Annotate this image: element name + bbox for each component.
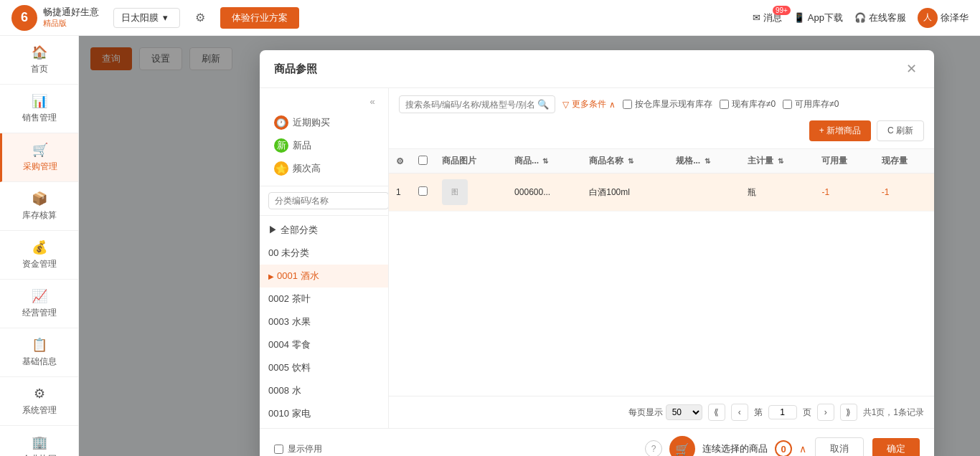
th-img: 商品图片 — [435, 149, 507, 174]
show-disabled-text: 显示停用 — [288, 443, 322, 455]
sidebar-item-basicinfo[interactable]: 📋 基础信息 — [0, 328, 78, 377]
prev-page-button[interactable]: ‹ — [731, 404, 748, 421]
show-disabled-checkbox[interactable] — [274, 445, 283, 454]
cat-item-0008[interactable]: 0008 水 — [260, 379, 388, 402]
sidebar-item-system[interactable]: ⚙ 系统管理 — [0, 377, 78, 426]
cat-item-0010[interactable]: 0010 家电 — [260, 402, 388, 425]
quick-new-label: 新品 — [293, 139, 311, 152]
message-item[interactable]: ✉ 消息 99+ — [753, 11, 782, 24]
user-area[interactable]: 人 徐泽华 — [918, 8, 969, 28]
th-code[interactable]: 商品... ⇅ — [507, 149, 582, 174]
quick-frequent[interactable]: ⭐ 频次高 — [268, 157, 380, 180]
cat-item-0004[interactable]: 0004 零食 — [260, 333, 388, 356]
table-row[interactable]: 1 图 000600... 白酒100ml 瓶 -1 — [389, 174, 934, 212]
cell-checkbox[interactable] — [411, 174, 435, 212]
cart-collapse-button[interactable]: ∧ — [799, 443, 806, 455]
cell-name: 白酒100ml — [582, 174, 669, 212]
sidebar-label-purchase: 采购管理 — [23, 161, 57, 173]
sales-icon: 📊 — [32, 93, 47, 109]
sidebar-item-purchase[interactable]: 🛒 采购管理 — [0, 133, 78, 182]
cat-item-0005[interactable]: 0005 饮料 — [260, 356, 388, 379]
cat-item-0004-label: 0004 零食 — [268, 338, 311, 351]
finance-icon: 💰 — [32, 239, 47, 255]
help-icon[interactable]: ? — [645, 440, 662, 456]
cell-code: 000600... — [507, 174, 582, 212]
cell-available: -1 — [814, 174, 874, 212]
quick-new[interactable]: 新 新品 — [268, 134, 380, 157]
confirm-button[interactable]: 确定 — [872, 438, 920, 456]
per-page-label: 每页显示 — [628, 407, 663, 419]
select-all-checkbox[interactable] — [418, 156, 428, 165]
add-product-button[interactable]: + 新增商品 — [809, 120, 871, 141]
modal-close-button[interactable]: ✕ — [903, 60, 920, 77]
main-layout: 🏠 首页 📊 销售管理 🛒 采购管理 📦 库存核算 💰 资金管理 📈 经营管理 … — [0, 36, 980, 456]
new-icon: 新 — [274, 138, 288, 153]
cat-item-00-label: 00 未分类 — [268, 247, 309, 260]
next-page-button[interactable]: › — [817, 404, 834, 421]
sidebar-item-home[interactable]: 🏠 首页 — [0, 36, 78, 85]
page-number-input[interactable] — [768, 405, 797, 419]
cancel-button[interactable]: 取消 — [815, 437, 864, 456]
cat-item-0005-label: 0005 饮料 — [268, 361, 311, 374]
category-panel: « 🕐 近期购买 新 新品 ⭐ 频次高 — [260, 88, 389, 428]
quick-access-section: « 🕐 近期购买 新 新品 ⭐ 频次高 — [260, 88, 388, 186]
sidebar-item-operation[interactable]: 📈 经营管理 — [0, 280, 78, 328]
online-service-item[interactable]: 🎧 在线客服 — [854, 11, 906, 24]
cart-count: 0 — [775, 440, 792, 456]
logo-icon: 6 — [11, 5, 37, 31]
collapse-cat-button[interactable]: « — [365, 94, 380, 108]
cat-item-0002[interactable]: 0002 茶叶 — [260, 288, 388, 310]
product-thumbnail: 图 — [442, 179, 468, 205]
chevron-up-icon: ∧ — [609, 100, 616, 110]
cell-stock: -1 — [875, 174, 934, 212]
app-label: App下载 — [808, 11, 843, 24]
logo-sub: 精品版 — [43, 18, 99, 29]
th-name[interactable]: 商品名称 ⇅ — [582, 149, 669, 174]
workspace-label: 日太阳膜 — [121, 11, 159, 24]
warehouse-stock-checkbox[interactable] — [623, 100, 632, 109]
quick-recent[interactable]: 🕐 近期购买 — [268, 111, 380, 134]
pagination: 每页显示 50 100 ⟪ ‹ 第 页 › ⟫ 共1页， — [389, 396, 934, 428]
sidebar: 🏠 首页 📊 销售管理 🛒 采购管理 📦 库存核算 💰 资金管理 📈 经营管理 … — [0, 36, 79, 456]
cart-button[interactable]: 🛒 — [669, 436, 695, 456]
cat-item-00[interactable]: 00 未分类 — [260, 242, 388, 265]
modal-footer: 显示停用 ? 🛒 连续选择的商品 0 ∧ 取消 确定 — [260, 428, 934, 456]
search-icon[interactable]: 🔍 — [537, 99, 549, 110]
try-industry-button[interactable]: 体验行业方案 — [220, 7, 299, 29]
more-filter-button[interactable]: ▽ 更多条件 ∧ — [562, 98, 616, 110]
cat-item-all[interactable]: ▶ 全部分类 — [260, 219, 388, 242]
sidebar-item-sales[interactable]: 📊 销售管理 — [0, 85, 78, 133]
show-disabled-label[interactable]: 显示停用 — [274, 443, 322, 455]
first-page-button[interactable]: ⟪ — [708, 404, 725, 421]
cat-item-0001-label: 0001 酒水 — [277, 270, 319, 282]
workspace-dropdown[interactable]: 日太阳膜 ▾ — [113, 8, 180, 28]
refresh-button[interactable]: C 刷新 — [877, 120, 924, 141]
enterprise-icon: 🏢 — [32, 434, 47, 450]
cat-item-0001[interactable]: ▶ 0001 酒水 — [260, 265, 388, 288]
sidebar-item-enterprise[interactable]: 🏢 企业协同 — [0, 426, 78, 456]
available-not-zero-checkbox[interactable] — [783, 100, 792, 109]
checkbox-stock-not-zero[interactable]: 现有库存≠0 — [720, 98, 776, 110]
sidebar-label-inventory: 库存核算 — [22, 209, 57, 222]
th-unit[interactable]: 主计量 ⇅ — [740, 149, 814, 174]
modal-title: 商品参照 — [274, 62, 317, 76]
quick-recent-label: 近期购买 — [293, 116, 330, 129]
logo-area: 6 畅捷通好生意 精品版 — [11, 5, 99, 31]
sidebar-item-finance[interactable]: 💰 资金管理 — [0, 231, 78, 280]
sidebar-item-inventory[interactable]: 📦 库存核算 — [0, 182, 78, 231]
cat-item-0003[interactable]: 0003 水果 — [260, 310, 388, 333]
gear-button[interactable]: ⚙ — [189, 6, 212, 29]
per-page-dropdown[interactable]: 50 100 — [666, 404, 702, 420]
category-search-input[interactable] — [268, 192, 389, 209]
page-label: 第 — [754, 407, 763, 419]
th-spec[interactable]: 规格... ⇅ — [669, 149, 740, 174]
th-settings[interactable]: ⚙ — [389, 149, 411, 174]
cell-spec — [669, 174, 740, 212]
stock-not-zero-checkbox[interactable] — [720, 100, 729, 109]
checkbox-available-not-zero[interactable]: 可用库存≠0 — [783, 98, 839, 110]
product-search-input[interactable] — [405, 100, 534, 110]
row-checkbox[interactable] — [418, 186, 428, 196]
last-page-button[interactable]: ⟫ — [840, 404, 857, 421]
app-download-item[interactable]: 📱 App下载 — [793, 11, 843, 24]
checkbox-warehouse-stock[interactable]: 按仓库显示现有库存 — [623, 98, 712, 110]
